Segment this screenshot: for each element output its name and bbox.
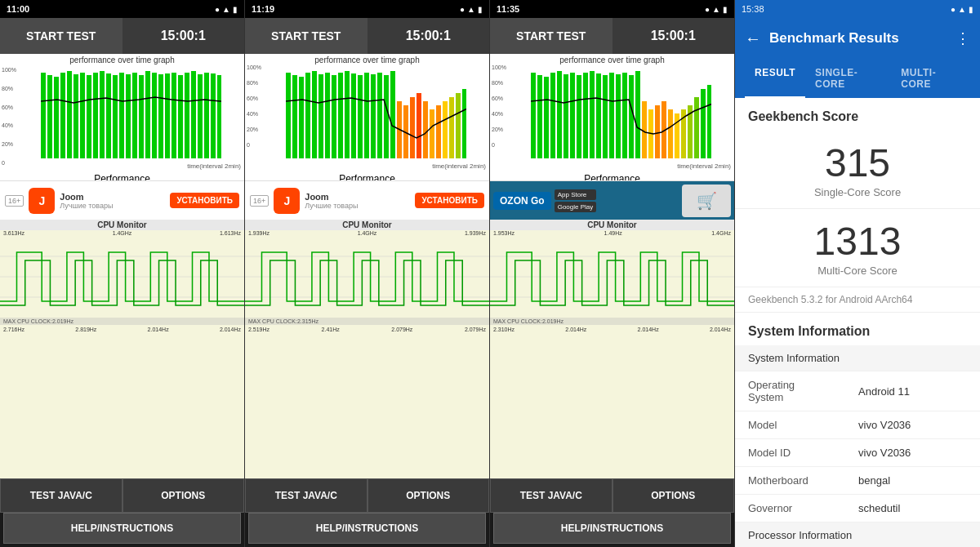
svg-rect-85: [590, 71, 595, 158]
timer-display-3: 15:00:1: [612, 18, 735, 54]
tab-multi-core[interactable]: MULTI-CORE: [891, 59, 970, 98]
start-test-button-1[interactable]: START TEST: [0, 18, 122, 54]
svg-rect-12: [119, 73, 124, 158]
perf-stats-3: Performance Max 144.578GIPS Avg 132.433G…: [490, 171, 734, 180]
test-java-btn-1[interactable]: TEST JAVA/C: [0, 478, 122, 513]
svg-rect-87: [603, 75, 608, 158]
status-icons-1: ● ▲ ▮: [215, 5, 238, 14]
svg-rect-65: [462, 89, 466, 158]
tab-result[interactable]: RESULT: [745, 59, 805, 98]
svg-rect-19: [165, 73, 170, 158]
svg-rect-25: [204, 73, 209, 158]
bench-signal-icon: ▲: [958, 5, 966, 14]
svg-rect-26: [211, 73, 216, 158]
help-btn-2[interactable]: HELP/INSTRUCTIONS: [248, 513, 486, 544]
start-test-button-2[interactable]: START TEST: [245, 18, 368, 54]
bench-header: ← Benchmark Results ⋮: [735, 18, 980, 59]
perf-graph-3: performance over time graph 020%40%60%80…: [490, 54, 734, 180]
bench-content: Geekbench Score 315 Single-Core Score 13…: [735, 98, 980, 547]
more-options-icon[interactable]: ⋮: [956, 29, 970, 47]
status-icons-2: ● ▲ ▮: [460, 5, 483, 14]
age-badge-2: 16+: [250, 195, 269, 207]
svg-rect-95: [655, 105, 660, 158]
cpu-max-label-1: MAX CPU CLOCK:2.019Hz: [0, 318, 244, 325]
geekbench-version: Geekbench 5.3.2 for Android AArch64: [735, 287, 980, 313]
svg-rect-62: [443, 101, 448, 158]
cpu-monitor-1: CPU Monitor 3.613Hz1.4GHz1.613Hz MAX CPU…: [0, 220, 244, 478]
svg-rect-20: [172, 73, 176, 158]
top-bar-2: START TEST 15:00:1: [245, 18, 489, 54]
svg-rect-4: [67, 71, 72, 158]
svg-rect-64: [456, 93, 461, 158]
ad-banner-1[interactable]: 16+ J Joom Лучшие товары УСТАНОВИТЬ: [0, 180, 244, 220]
svg-rect-6: [80, 73, 85, 158]
wifi-icon: ●: [215, 5, 220, 14]
ad-install-btn-2[interactable]: УСТАНОВИТЬ: [415, 193, 484, 208]
svg-rect-60: [430, 109, 434, 158]
graph-title-3: performance over time graph: [490, 54, 734, 64]
options-btn-1[interactable]: OPTIONS: [122, 478, 245, 513]
cpu-monitor-3: CPU Monitor 1.953Hz1.49Hz1.4GHz MAX CPU …: [490, 220, 734, 478]
cpu-freq-bar-6: 2.310Hz2.014Hz2.014Hz2.014Hz: [490, 327, 734, 332]
status-bar-1: 11:00 ● ▲ ▮: [0, 0, 244, 18]
svg-rect-24: [198, 74, 203, 158]
svg-rect-76: [531, 73, 536, 158]
test-java-btn-3[interactable]: TEST JAVA/C: [490, 478, 612, 513]
svg-rect-93: [642, 101, 647, 158]
single-core-score: 315: [735, 144, 980, 183]
ad-banner-3[interactable]: OZON Go App Store Google Play 🛒 ✕: [490, 180, 734, 220]
bottom-buttons-2: TEST JAVA/C OPTIONS: [245, 478, 489, 513]
options-btn-2[interactable]: OPTIONS: [368, 478, 490, 513]
svg-rect-83: [577, 75, 581, 158]
bench-title: Benchmark Results: [769, 30, 947, 47]
ad-icon-1: J: [29, 188, 55, 214]
svg-rect-98: [675, 113, 679, 158]
svg-rect-88: [609, 73, 614, 158]
bench-status-icons: ● ▲ ▮: [951, 5, 973, 14]
svg-rect-38: [286, 73, 291, 158]
svg-rect-40: [299, 77, 304, 158]
status-bar-2: 11:19 ● ▲ ▮: [245, 0, 489, 18]
wifi-icon-2: ●: [460, 5, 465, 14]
svg-rect-82: [570, 73, 575, 158]
cpu-graph-area-2: [245, 236, 489, 318]
svg-rect-48: [351, 73, 356, 158]
svg-rect-1: [47, 75, 52, 158]
wifi-icon-3: ●: [705, 5, 710, 14]
bottom-buttons-3: TEST JAVA/C OPTIONS: [490, 478, 734, 513]
tab-single-core[interactable]: SINGLE-CORE: [805, 59, 891, 98]
options-btn-3[interactable]: OPTIONS: [612, 478, 735, 513]
svg-rect-16: [145, 71, 150, 158]
ad-icon-2: J: [274, 188, 300, 214]
svg-rect-13: [126, 74, 131, 158]
help-btn-1[interactable]: HELP/INSTRUCTIONS: [3, 513, 241, 544]
timer-display-2: 15:00:1: [368, 18, 490, 54]
cpu-freq-bar-4: 2.519Hz2.41Hz2.079Hz2.079Hz: [245, 327, 489, 332]
svg-rect-51: [371, 74, 376, 158]
help-btn-3[interactable]: HELP/INSTRUCTIONS: [493, 513, 731, 544]
svg-rect-91: [629, 75, 634, 158]
perf-label-3: Performance: [493, 173, 731, 180]
back-arrow-icon[interactable]: ←: [745, 29, 761, 48]
svg-rect-102: [701, 89, 706, 158]
svg-rect-84: [583, 73, 588, 158]
svg-rect-86: [596, 73, 601, 158]
svg-rect-89: [616, 74, 621, 158]
svg-rect-59: [423, 101, 428, 158]
bench-status-bar: 15:38 ● ▲ ▮: [735, 0, 980, 18]
single-core-label: Single-Core Score: [735, 186, 980, 198]
test-java-btn-2[interactable]: TEST JAVA/C: [245, 478, 368, 513]
system-info-header: System Information: [735, 313, 980, 345]
ad-banner-2[interactable]: 16+ J Joom Лучшие товары УСТАНОВИТЬ: [245, 180, 489, 220]
phone-panel-2: 11:19 ● ▲ ▮ START TEST 15:00:1 performan…: [245, 0, 490, 547]
ad-install-btn-1[interactable]: УСТАНОВИТЬ: [170, 193, 239, 208]
start-test-button-3[interactable]: START TEST: [490, 18, 612, 54]
svg-rect-45: [332, 75, 336, 158]
status-time-2: 11:19: [252, 4, 274, 14]
svg-rect-103: [707, 85, 711, 158]
svg-rect-46: [338, 73, 343, 158]
svg-rect-21: [178, 75, 183, 158]
svg-rect-49: [358, 75, 363, 158]
status-time-3: 11:35: [497, 4, 519, 14]
cpu-freq-bar-1: 3.613Hz1.4GHz1.613Hz: [0, 230, 244, 236]
